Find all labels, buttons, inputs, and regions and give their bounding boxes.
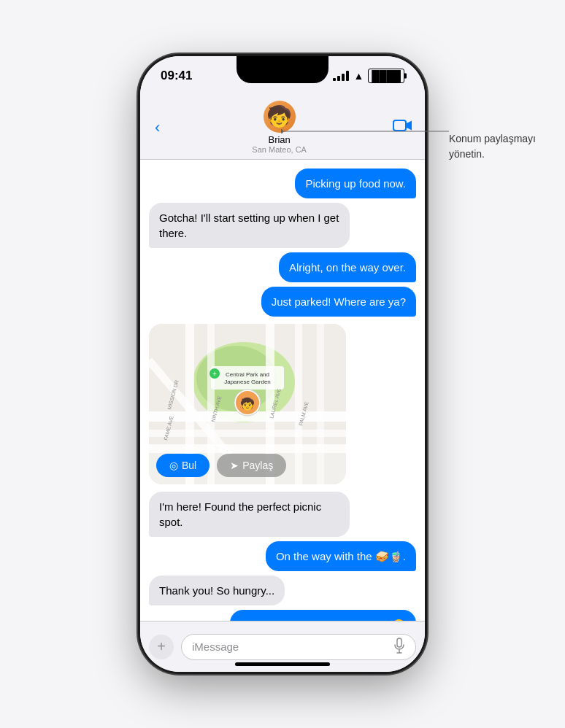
input-placeholder: iMessage [192,640,239,653]
message-bubble: Picking up food now. [295,169,416,198]
message-row: On the way with the 🥪🧋. [149,541,416,571]
status-time: 09:41 [161,69,192,83]
message-row: Alright, on the way over. [149,252,416,282]
message-bubble: On the way with the 🥪🧋. [266,541,416,571]
notch [237,56,328,83]
svg-rect-5 [149,430,346,437]
svg-text:Japanese Garden: Japanese Garden [224,379,271,385]
add-button[interactable]: + [149,635,174,659]
message-row: I'm here! Found the perfect picnic spot. [149,492,416,537]
map-view[interactable]: Central Park and Japanese Garden + MISSI… [149,324,346,484]
chat-area: Picking up food now. Gotcha! I'll start … [140,160,425,621]
message-input[interactable]: iMessage [181,634,416,660]
message-row: Gotcha! I'll start setting up when I get… [149,203,416,248]
message-row: Thank you! So hungry... [149,576,416,605]
svg-point-30 [281,129,283,133]
back-button[interactable]: ‹ [149,112,166,143]
message-bubble: Gotcha! I'll start setting up when I get… [149,203,350,248]
map-message-row[interactable]: Central Park and Japanese Garden + MISSI… [149,321,416,487]
message-bubble: Just parked! Where are ya? [261,287,416,317]
svg-text:Central Park and: Central Park and [226,371,269,378]
status-icons: ▲ ████ [333,69,404,83]
message-bubble: I'm here! Found the perfect picnic spot. [149,492,350,537]
share-icon: ➤ [230,460,239,471]
wifi-icon: ▲ [353,70,364,82]
status-bar: 09:41 ▲ ████ [140,56,425,96]
message-row: Just parked! Where are ya? [149,287,416,317]
map-buttons: ◎ Bul ➤ Paylaş [149,446,346,484]
svg-rect-13 [211,366,284,390]
message-bubble: Me too, haha. See you shortly! 😎 [230,610,416,621]
map-bubble[interactable]: Central Park and Japanese Garden + MISSI… [149,324,346,484]
message-row: Picking up food now. [149,169,416,198]
add-icon: + [157,638,166,655]
mic-icon[interactable] [393,638,405,656]
svg-text:🧒: 🧒 [240,397,255,411]
svg-rect-26 [397,638,401,647]
find-icon: ◎ [169,460,178,471]
share-button[interactable]: ➤ Paylaş [217,454,286,477]
callout-text: Konum paylaşmayıyönetin. [449,131,536,162]
message-row: Me too, haha. See you shortly! 😎 [149,610,416,621]
message-bubble: Thank you! So hungry... [149,576,285,605]
battery-icon: ████ [368,69,404,83]
svg-text:+: + [212,370,217,378]
callout-annotation: Konum paylaşmayıyönetin. [449,131,536,162]
signal-icon [333,71,349,81]
message-bubble: Alright, on the way over. [279,252,416,282]
home-indicator [235,662,330,666]
find-button[interactable]: ◎ Bul [156,454,210,477]
